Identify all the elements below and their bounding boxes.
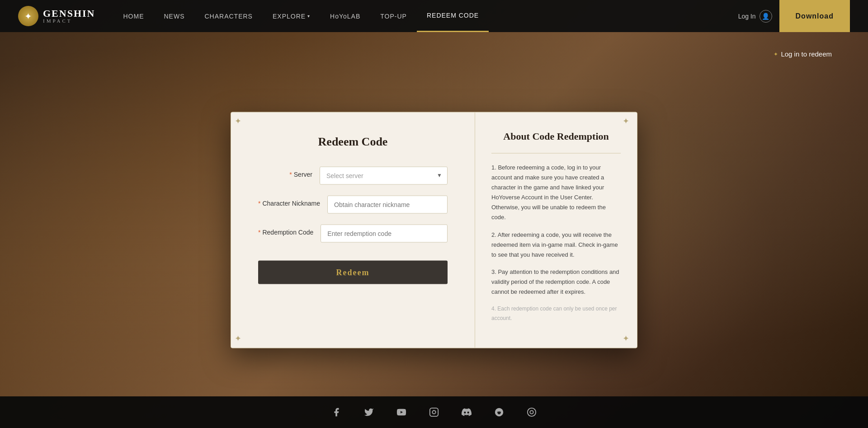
redeem-submit-button[interactable]: Redeem	[258, 261, 448, 284]
logo-text: Genshin Impact	[43, 9, 95, 24]
navigation: ✦ Genshin Impact HOME NEWS CHARACTERS EX…	[0, 0, 868, 32]
nickname-input[interactable]	[327, 196, 448, 214]
server-required-star: *	[289, 171, 292, 178]
nav-link-explore[interactable]: EXPLORE ▾	[263, 0, 320, 32]
social-discord[interactable]	[458, 404, 475, 420]
corner-decoration-bl: ✦	[235, 333, 245, 344]
redeem-form-title: Redeem Code	[258, 135, 448, 149]
server-select-wrapper: Select server America Europe Asia TW, HK…	[320, 167, 448, 185]
login-button[interactable]: Log In 👤	[738, 10, 772, 23]
nav-logo[interactable]: ✦ Genshin Impact	[18, 6, 95, 26]
login-to-redeem-link[interactable]: Log in to redeem	[774, 50, 832, 58]
about-item-4: 4. Each redemption code can only be used…	[491, 304, 621, 323]
social-twitter[interactable]	[361, 404, 377, 420]
nickname-required-star: *	[258, 200, 260, 207]
logo-main: Genshin	[43, 9, 95, 19]
svg-rect-1	[430, 408, 438, 416]
main-content: Log in to redeem ✦ ✦ ✦ ✦ Redeem Code *Se…	[0, 32, 868, 428]
nav-link-home[interactable]: HOME	[113, 0, 154, 32]
social-youtube[interactable]	[393, 404, 410, 420]
redemption-code-input[interactable]	[321, 225, 448, 243]
svg-point-5	[530, 410, 533, 414]
nav-links: HOME NEWS CHARACTERS EXPLORE ▾ HoYoLAB T…	[113, 0, 738, 32]
nav-right: Log In 👤 Download	[738, 0, 850, 32]
about-text: 1. Before redeeming a code, log in to yo…	[491, 163, 621, 323]
nickname-label: *Character Nickname	[258, 196, 320, 208]
server-select[interactable]: Select server America Europe Asia TW, HK…	[320, 167, 448, 185]
social-facebook[interactable]	[328, 404, 344, 420]
explore-dropdown-arrow: ▾	[307, 14, 310, 19]
about-title: About Code Redemption	[491, 131, 621, 142]
footer	[0, 396, 868, 428]
redeem-modal: ✦ ✦ ✦ ✦ Redeem Code *Server Select serve…	[231, 112, 637, 348]
svg-point-4	[528, 408, 536, 416]
nickname-field-row: *Character Nickname	[258, 196, 448, 214]
about-divider	[491, 153, 621, 154]
nav-link-news[interactable]: NEWS	[154, 0, 194, 32]
redeem-form-panel: Redeem Code *Server Select server Americ…	[231, 113, 475, 348]
corner-decoration-tl: ✦	[235, 116, 245, 127]
nav-link-characters[interactable]: CHARACTERS	[194, 0, 262, 32]
corner-decoration-br: ✦	[623, 333, 633, 344]
redemption-required-star: *	[258, 229, 260, 236]
logo-icon: ✦	[18, 6, 38, 26]
social-reddit[interactable]	[491, 404, 507, 420]
nav-link-topup[interactable]: TOP-UP	[370, 0, 417, 32]
server-field-row: *Server Select server America Europe Asi…	[258, 167, 448, 185]
about-item-2: 2. After redeeming a code, you will rece…	[491, 230, 621, 259]
social-instagram[interactable]	[426, 404, 442, 420]
download-button[interactable]: Download	[779, 0, 850, 32]
about-redemption-panel: About Code Redemption 1. Before redeemin…	[475, 113, 637, 348]
about-item-3: 3. Pay attention to the redemption condi…	[491, 267, 621, 296]
about-item-1: 1. Before redeeming a code, log in to yo…	[491, 163, 621, 223]
redemption-code-field-row: *Redemption Code	[258, 225, 448, 243]
nav-link-redeem-code[interactable]: REDEEM CODE	[417, 0, 489, 32]
nav-link-hoyolab[interactable]: HoYoLAB	[320, 0, 370, 32]
logo-sub: Impact	[43, 19, 95, 24]
login-label: Log In	[738, 13, 756, 20]
redemption-code-label: *Redemption Code	[258, 225, 313, 237]
login-user-icon: 👤	[760, 10, 772, 23]
server-label: *Server	[258, 167, 312, 179]
corner-decoration-tr: ✦	[623, 116, 633, 127]
social-extra[interactable]	[524, 404, 540, 420]
